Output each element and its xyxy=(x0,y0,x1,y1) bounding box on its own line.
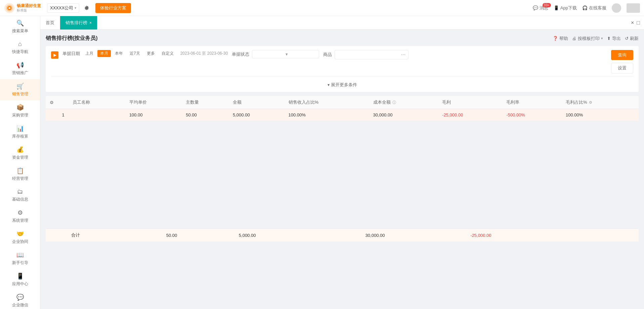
company-selector[interactable]: XXXXX公司 ▾ xyxy=(47,3,79,13)
date-btn-this-year[interactable]: 本年 xyxy=(112,50,126,57)
row-gross-rate: -500.00% xyxy=(502,109,562,121)
total-gross-profit: -25,000.00 xyxy=(466,229,577,242)
col-gross-pct: 毛利占比% ⚙ xyxy=(562,96,639,109)
search-icon: 🔍 xyxy=(16,19,24,27)
app-download-button[interactable]: 📱 App下载 xyxy=(554,5,577,11)
total-gross-rate xyxy=(577,229,608,242)
window-max-button[interactable]: □ xyxy=(637,20,640,26)
export-icon: ⬆ xyxy=(607,36,611,41)
col-gross-rate: 毛利率 xyxy=(502,96,562,109)
message-icon: 💬 xyxy=(533,5,538,10)
print-button[interactable]: 🖨 按模板打印 ▾ xyxy=(572,36,603,42)
goods-more-icon[interactable]: ··· xyxy=(401,52,405,58)
logo-text: 畅康通好生意 标准版 xyxy=(17,3,41,12)
total-avg-price xyxy=(131,229,162,242)
tabs-bar: 首页 销售排行榜 × × □ xyxy=(40,16,644,30)
column-settings-button[interactable]: 设置 xyxy=(611,63,633,73)
tab-sales-ranking[interactable]: 销售排行榜 × xyxy=(60,16,97,30)
avatar[interactable] xyxy=(612,3,621,13)
status-select[interactable]: ▾ xyxy=(252,50,319,58)
total-settings-col xyxy=(46,229,56,242)
sidebar-item-finance[interactable]: 💰 资金管理 xyxy=(0,143,40,164)
message-badge: 99+ xyxy=(543,3,551,7)
col-settings-icon[interactable]: ⚙ xyxy=(50,100,54,105)
filter-expand-arrow[interactable]: ▶ xyxy=(51,51,58,59)
total-gross-pct xyxy=(608,229,639,242)
gross-pct-icon: ⚙ xyxy=(589,100,592,104)
money-icon: 💰 xyxy=(16,146,24,153)
expand-conditions-button[interactable]: ▾ 展开更多条件 xyxy=(328,82,357,88)
col-main-qty: 主数量 xyxy=(182,96,229,109)
mobile-icon: 📱 xyxy=(16,272,24,280)
sidebar-item-guide[interactable]: 📖 新手引导 xyxy=(0,248,40,269)
date-buttons: 上月 本月 本年 近7天 更多 自定义 xyxy=(83,50,176,57)
date-btn-more[interactable]: 更多 xyxy=(144,50,158,57)
sidebar-item-shortcut[interactable]: ⌂ 快捷导航 xyxy=(0,37,40,58)
goods-input[interactable] xyxy=(338,52,400,57)
megaphone-icon: 📢 xyxy=(16,61,24,69)
date-btn-7days[interactable]: 近7天 xyxy=(127,50,143,57)
sidebar-item-apps[interactable]: 📱 应用中心 xyxy=(0,269,40,290)
gear-icon: ⚙ xyxy=(17,209,23,216)
date-btn-last-month[interactable]: 上月 xyxy=(83,50,96,57)
row-cost-amount: 30,000.00 xyxy=(369,109,438,121)
refresh-icon: ↺ xyxy=(625,36,629,41)
data-table: ⚙ 员工名称 平均单价 主数量 全额 销售收入占比% 成本全额 ⓘ xyxy=(46,96,639,121)
tab-close-button[interactable]: × xyxy=(89,20,92,25)
date-btn-this-month[interactable]: 本月 xyxy=(97,50,111,57)
sidebar-item-inventory[interactable]: 📊 库存核算 xyxy=(0,121,40,143)
col-rank xyxy=(58,96,69,109)
date-btn-custom[interactable]: 自定义 xyxy=(159,50,176,57)
settings-button[interactable] xyxy=(82,3,91,13)
cart-icon: 🛒 xyxy=(16,83,24,90)
col-cost-amount: 成本全额 ⓘ xyxy=(369,96,438,109)
page-header: 销售排行榜(按业务员) ❓ 帮助 🖨 按模板打印 ▾ ⬆ xyxy=(46,35,639,42)
sidebar-item-enterprise[interactable]: 🤝 企业协同 xyxy=(0,227,40,248)
total-table: 合计 50.00 5,000.00 30,000.00 -25,000.00 xyxy=(46,228,639,242)
sidebar-item-basic[interactable]: 🗂 基础信息 xyxy=(0,185,40,206)
home-icon: ⌂ xyxy=(18,41,22,48)
expand-chevron-icon: ▾ xyxy=(328,83,330,87)
status-filter: 单据状态 ▾ xyxy=(232,50,319,58)
row-sales-pct: 100.00% xyxy=(285,109,369,121)
total-cost-amount: 30,000.00 xyxy=(361,229,467,242)
content-area: 首页 销售排行榜 × × □ 销售排行榜(按业务员) ❓ xyxy=(40,16,644,309)
sidebar-item-marketing[interactable]: 📢 营销推广 xyxy=(0,58,40,79)
help-button[interactable]: ❓ 帮助 xyxy=(553,36,568,42)
refresh-button[interactable]: ↺ 刷新 xyxy=(625,36,639,42)
phone-icon: 📱 xyxy=(554,5,559,10)
messages-button[interactable]: 💬 消息 99+ xyxy=(533,5,548,11)
col-gross-profit: 毛利 xyxy=(438,96,502,109)
online-support-button[interactable]: 🎧 在线客服 xyxy=(582,5,606,11)
export-button[interactable]: ⬆ 导出 xyxy=(607,36,621,42)
wechat-icon: 💬 xyxy=(16,294,24,301)
sidebar-item-sales[interactable]: 🛒 销售管理 xyxy=(0,79,40,100)
clipboard-icon: 📋 xyxy=(16,167,24,174)
window-close-button[interactable]: × xyxy=(631,20,634,26)
sidebar-item-purchase[interactable]: 📦 采购管理 xyxy=(0,100,40,121)
trial-button[interactable]: 体验行业方案 xyxy=(95,3,131,13)
question-icon: ❓ xyxy=(553,36,558,41)
col-sales-pct: 销售收入占比% xyxy=(285,96,369,109)
total-sales-pct xyxy=(331,229,361,242)
row-amount: 5,000.00 xyxy=(229,109,285,121)
total-row: 合计 50.00 5,000.00 30,000.00 -25,000.00 xyxy=(46,229,639,242)
col-settings: ⚙ xyxy=(46,96,58,109)
tab-home[interactable]: 首页 xyxy=(40,16,60,30)
data-table-wrapper: ⚙ 员工名称 平均单价 主数量 全额 销售收入占比% 成本全额 ⓘ xyxy=(46,96,639,121)
sidebar-item-wechat[interactable]: 💬 企业微信 xyxy=(0,290,40,309)
table-header-row: ⚙ 员工名称 平均单价 主数量 全额 销售收入占比% 成本全额 ⓘ xyxy=(46,96,639,109)
total-row-wrapper: 合计 50.00 5,000.00 30,000.00 -25,000.00 xyxy=(46,228,639,242)
total-main-qty: 50.00 xyxy=(162,229,235,242)
page-title: 销售排行榜(按业务员) xyxy=(46,35,98,42)
chevron-down-icon: ▾ xyxy=(75,6,76,10)
user-name xyxy=(627,3,640,13)
sidebar-item-system[interactable]: ⚙ 系统管理 xyxy=(0,206,40,227)
query-button[interactable]: 查询 xyxy=(611,50,633,60)
sidebar-item-search[interactable]: 🔍 搜索菜单 xyxy=(0,16,40,37)
col-amount: 全额 xyxy=(229,96,285,109)
sidebar-item-operations[interactable]: 📋 经营管理 xyxy=(0,164,40,185)
table-row: 1 100.00 50.00 5,000.00 100.00% 30,000.0… xyxy=(46,109,639,121)
goods-input-wrapper: ··· xyxy=(335,50,409,59)
sidebar: 🔍 搜索菜单 ⌂ 快捷导航 📢 营销推广 🛒 销售管理 📦 采购管理 📊 xyxy=(0,16,40,309)
